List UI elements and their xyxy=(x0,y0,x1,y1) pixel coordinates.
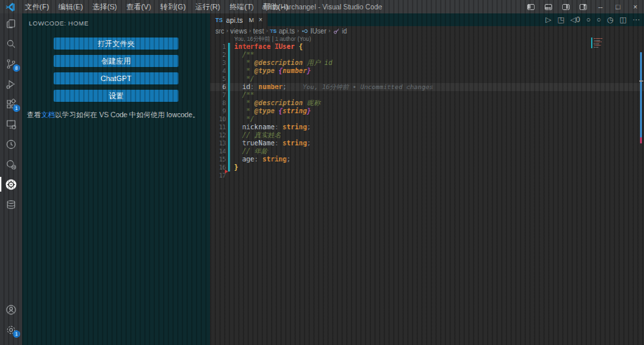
run-file-icon[interactable]: ◳ xyxy=(557,13,564,26)
code-line-6[interactable]: 6 id: number;You, 16分钟前 • Uncommitted ch… xyxy=(210,83,644,91)
tab-label: api.ts xyxy=(226,16,243,24)
code-line-10[interactable]: 10 */ xyxy=(210,115,644,123)
activity-item-remote-explorer[interactable] xyxy=(0,114,22,134)
code-line-13[interactable]: 13 trueName: string; xyxy=(210,139,644,147)
breadcrumb-id[interactable]: id xyxy=(333,27,347,35)
code-line-4[interactable]: 4 * @type {number} xyxy=(210,67,644,75)
interface-symbol-icon xyxy=(301,27,309,35)
close-button[interactable]: × xyxy=(627,0,644,13)
code-line-17[interactable]: 17 xyxy=(210,171,644,180)
toggle-panel-button[interactable] xyxy=(539,0,557,13)
activity-item-settings[interactable]: 1 xyxy=(0,320,22,340)
customize-layout-button[interactable] xyxy=(574,0,592,13)
circle-b-icon[interactable]: ○ xyxy=(596,13,601,26)
more-actions-icon[interactable]: ⋯ xyxy=(633,13,640,26)
tab-close-icon[interactable]: × xyxy=(258,16,262,23)
menu-查看V[interactable]: 查看(V) xyxy=(121,0,156,13)
codelens[interactable]: You, 16分钟前 | 1 author (You) xyxy=(210,36,644,43)
activity-item-database[interactable] xyxy=(0,194,22,214)
chatgpt-button[interactable]: ChatGPT xyxy=(54,72,178,84)
menu-编辑E[interactable]: 编辑(E) xyxy=(54,0,88,13)
inline-blame: You, 16分钟前 • Uncommitted changes xyxy=(303,83,433,91)
code-line-5[interactable]: 5 */ xyxy=(210,75,644,83)
typescript-file-icon: TS xyxy=(215,17,223,23)
editor-actions: ▷◳◁0○○◷◫⋯ xyxy=(545,13,640,26)
docs-link[interactable]: 文档 xyxy=(41,111,55,119)
minimize-button[interactable]: – xyxy=(592,0,609,13)
code-line-15[interactable]: 15 age: string; xyxy=(210,155,644,163)
menu-bar: 文件(F)编辑(E)选择(S)查看(V)转到(G)运行(R)终端(T)帮助(H) xyxy=(20,0,293,13)
activity-item-extensions[interactable]: 1 xyxy=(0,94,22,114)
activity-item-explorer[interactable] xyxy=(0,13,22,33)
activity-item-lowcode[interactable] xyxy=(0,174,22,194)
code-text: * @description 昵称 xyxy=(234,99,320,107)
breadcrumb-src[interactable]: src xyxy=(215,27,224,35)
history-icon[interactable]: ◷ xyxy=(607,13,614,26)
split-editor-icon[interactable]: ◫ xyxy=(620,13,627,26)
menu-帮助H[interactable]: 帮助(H) xyxy=(258,0,292,13)
layout-sidebar-right-icon xyxy=(562,4,570,10)
debug-icon xyxy=(5,78,17,90)
activity-item-extension-gear[interactable] xyxy=(0,154,22,174)
code-line-3[interactable]: 3 * @description 用户 id xyxy=(210,59,644,67)
code-line-2[interactable]: 2 /** xyxy=(210,51,644,59)
toggle-secondary-sidebar-button[interactable] xyxy=(557,0,574,13)
menu-文件F[interactable]: 文件(F) xyxy=(20,0,54,13)
code-line-1[interactable]: 1interface IUser { xyxy=(210,43,644,51)
activity-bar-bottom: 1 xyxy=(0,299,22,345)
key-symbol-icon xyxy=(333,27,340,35)
activity-item-search[interactable] xyxy=(0,33,22,54)
activity-item-source-control[interactable]: 8 xyxy=(0,54,22,74)
menu-选择S[interactable]: 选择(S) xyxy=(88,0,122,13)
settings-button[interactable]: 设置 xyxy=(54,90,178,102)
breadcrumb-iuser[interactable]: IUser xyxy=(301,27,327,35)
references-icon[interactable]: ◁0 xyxy=(570,13,580,26)
activity-item-run-debug[interactable] xyxy=(0,74,22,94)
activity-item-extension-clock[interactable] xyxy=(0,134,22,154)
circle-a-icon[interactable]: ○ xyxy=(586,13,591,26)
line-number: 11 xyxy=(210,123,226,131)
activity-item-account[interactable] xyxy=(0,299,22,320)
tab-api-ts[interactable]: TS api.ts M × xyxy=(210,13,268,26)
run-icon[interactable]: ▷ xyxy=(545,13,551,26)
overview-ruler[interactable] xyxy=(639,36,644,345)
menu-转到G[interactable]: 转到(G) xyxy=(156,0,191,13)
menu-运行R[interactable]: 运行(R) xyxy=(191,0,225,13)
git-change-bar xyxy=(228,67,230,75)
layout-panel-icon xyxy=(545,4,552,10)
line-number: 1 xyxy=(210,43,226,51)
create-app-button[interactable]: 创建应用 xyxy=(54,55,178,67)
breadcrumb-separator: › xyxy=(226,27,228,34)
toggle-sidebar-button[interactable] xyxy=(522,0,539,13)
git-change-bar xyxy=(228,147,230,155)
menu-终端T[interactable]: 终端(T) xyxy=(225,0,258,13)
breadcrumb-test[interactable]: test xyxy=(253,27,264,35)
code-editor[interactable]: You, 16分钟前 | 1 author (You) 1interface I… xyxy=(210,36,644,345)
code-line-14[interactable]: 14 // 年龄 xyxy=(210,147,644,155)
git-change-bar xyxy=(228,155,230,163)
breadcrumb-api-ts[interactable]: TSapi.ts xyxy=(270,27,294,35)
line-number: 7 xyxy=(210,91,226,99)
open-folder-button[interactable]: 打开文件夹 xyxy=(54,38,178,50)
code-line-9[interactable]: 9 * @type {string} xyxy=(210,107,644,115)
gutter-red-marker xyxy=(225,169,228,174)
breadcrumb-views[interactable]: views xyxy=(230,27,247,35)
maximize-button[interactable]: □ xyxy=(609,0,627,13)
breadcrumb-separator: › xyxy=(297,27,299,34)
breadcrumb-label: test xyxy=(253,27,264,35)
code-text: // 年龄 xyxy=(234,147,268,155)
badge: 1 xyxy=(13,330,20,338)
code-text: id: number; xyxy=(234,83,286,91)
breadcrumb-label: id xyxy=(342,27,347,35)
breadcrumb-separator: › xyxy=(329,27,331,34)
code-text: interface IUser { xyxy=(234,43,303,51)
code-line-11[interactable]: 11 nickname: string; xyxy=(210,123,644,131)
code-line-7[interactable]: 7 /** xyxy=(210,91,644,99)
code-line-8[interactable]: 8 * @description 昵称 xyxy=(210,99,644,107)
code-text: */ xyxy=(234,75,254,83)
code-text: * @type {number} xyxy=(234,67,311,75)
layout-sidebar-left-icon xyxy=(527,4,535,10)
lowcode-sidebar: LOWCODE: HOME 打开文件夹创建应用ChatGPT设置 查看文档以学习… xyxy=(22,13,210,345)
code-line-12[interactable]: 12 // 真实姓名 xyxy=(210,131,644,139)
code-line-16[interactable]: 16} xyxy=(210,163,644,171)
